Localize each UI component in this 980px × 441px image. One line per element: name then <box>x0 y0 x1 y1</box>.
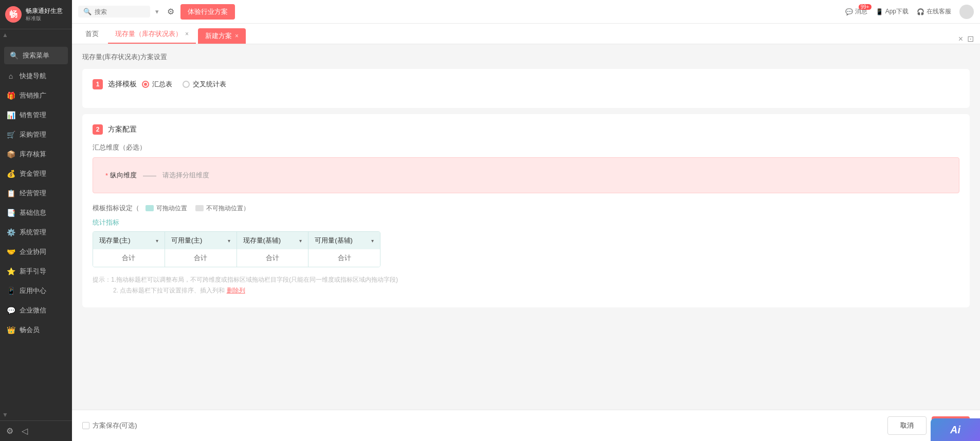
legend-draggable: 可拖动位置 <box>146 204 187 213</box>
sidebar-scroll-up[interactable]: ▲ <box>0 29 72 41</box>
search-icon: 🔍 <box>9 51 19 60</box>
sidebar-item-label: 营销推广 <box>20 91 46 100</box>
topbar-search-icon: 🔍 <box>83 8 92 15</box>
required-mark: * <box>105 172 108 179</box>
message-badge: 99+ <box>859 4 872 10</box>
ai-badge[interactable]: Ai <box>931 418 980 441</box>
tip-2: 2. 点击标题栏下拉可设置排序、插入列和 删除列 <box>93 286 959 295</box>
legend-non-draggable: 不可拖动位置） <box>195 204 249 213</box>
sidebar-nav: 🔍 搜索菜单 ⌂ 快捷导航 🎁 营销推广 📊 销售管理 🛒 采购管理 📦 库存核… <box>0 41 72 409</box>
online-service-btn[interactable]: 🎧 在线客服 <box>917 7 951 16</box>
col-header-0[interactable]: 现存量(主) ▾ <box>93 232 165 249</box>
sidebar-bottom: ⚙ ◁ <box>0 420 72 441</box>
sidebar-item-system[interactable]: ⚙️ 系统管理 <box>0 223 72 242</box>
radio-summary[interactable]: 汇总表 <box>142 80 172 89</box>
vertical-dim-name: 纵向维度 <box>110 171 137 180</box>
money-icon: 💰 <box>6 169 15 178</box>
sidebar-item-label: 资金管理 <box>20 169 46 178</box>
sidebar-item-sales[interactable]: 📊 销售管理 <box>0 105 72 125</box>
headset-icon: 🎧 <box>917 8 924 15</box>
topbar-dropdown-icon[interactable]: ▾ <box>155 8 159 15</box>
legend-box: 可拖动位置 不可拖动位置） <box>146 204 249 213</box>
sidebar-item-purchase[interactable]: 🛒 采购管理 <box>0 125 72 144</box>
sidebar-item-quicknav[interactable]: ⌂ 快捷导航 <box>0 66 72 86</box>
col-3-chevron[interactable]: ▾ <box>371 238 374 244</box>
col-body-2: 合计 <box>237 249 309 267</box>
window-close-icon[interactable]: × <box>958 34 963 44</box>
radio-cross[interactable]: 交叉统计表 <box>183 80 226 89</box>
sidebar-item-newguide[interactable]: ⭐ 新手引导 <box>0 262 72 281</box>
sidebar-item-label: 企业微信 <box>20 306 46 315</box>
sidebar-scroll-down[interactable]: ▼ <box>0 409 72 420</box>
topbar-gear-icon[interactable]: ⚙ <box>167 7 174 16</box>
sound-bottom-icon[interactable]: ◁ <box>22 426 28 436</box>
col-body-0: 合计 <box>93 249 165 267</box>
sidebar-item-marketing[interactable]: 🎁 营销推广 <box>0 86 72 105</box>
sidebar-item-wechat[interactable]: 💬 企业微信 <box>0 301 72 320</box>
save-option[interactable]: 方案保存(可选) <box>82 421 137 430</box>
sidebar-item-label: 搜索菜单 <box>23 51 49 60</box>
tab-new-scheme[interactable]: 新建方案 × <box>198 28 246 44</box>
sidebar-item-label: 销售管理 <box>20 111 46 120</box>
sidebar-item-member[interactable]: 👑 畅会员 <box>0 320 72 340</box>
tab-inventory[interactable]: 现存量（库存状况表） × <box>108 25 196 44</box>
save-checkbox[interactable] <box>82 422 89 429</box>
bottom-bar: 方案保存(可选) 取消 查询 <box>72 410 980 441</box>
gift-icon: 🎁 <box>6 91 15 100</box>
sidebar-item-operations[interactable]: 📋 经营管理 <box>0 183 72 203</box>
col-1-chevron[interactable]: ▾ <box>228 238 230 244</box>
content-area: 现存量(库存状况表)方案设置 1 选择模板 汇总表 交叉统计表 <box>72 44 980 410</box>
section-2-title: 方案配置 <box>108 125 137 134</box>
summary-dim-label: 汇总维度（必选） <box>93 143 959 152</box>
draggable-dot <box>146 205 154 211</box>
tab-new-scheme-close[interactable]: × <box>235 32 239 40</box>
user-avatar[interactable] <box>959 5 974 19</box>
tabs-bar: 首页 现存量（库存状况表） × 新建方案 × × ⊡ <box>72 24 980 44</box>
tab-inventory-close[interactable]: × <box>185 30 189 38</box>
sidebar-item-label: 库存核算 <box>20 150 46 159</box>
col-header-3[interactable]: 可用量(基辅) ▾ <box>308 232 380 249</box>
section-1-title: 选择模板 <box>108 80 137 89</box>
trial-btn[interactable]: 体验行业方案 <box>180 4 235 20</box>
sidebar-item-label: 基础信息 <box>20 208 46 217</box>
page-title: 现存量(库存状况表)方案设置 <box>82 52 970 62</box>
section-1-num: 1 <box>93 79 103 89</box>
delete-col-link[interactable]: 删除列 <box>227 287 245 294</box>
non-draggable-dot <box>195 205 204 211</box>
sidebar-item-cooperation[interactable]: 🤝 企业协同 <box>0 242 72 262</box>
topbar-right: 💬 消息 99+ 📱 App下载 🎧 在线客服 <box>845 5 974 19</box>
gear-icon: ⚙️ <box>6 228 15 237</box>
doc-icon: 📑 <box>6 208 15 217</box>
topbar-search-box[interactable]: 🔍 <box>78 6 150 17</box>
sidebar-item-search[interactable]: 🔍 搜索菜单 <box>4 47 68 64</box>
app-logo: 畅 畅康通好生意 标准版 <box>0 0 72 29</box>
section-1-header: 1 选择模板 汇总表 交叉统计表 <box>93 79 959 89</box>
tip-1: 提示：1.拖动标题栏可以调整布局，不可跨维度或指标区域拖动栏目字段(只能在同一维… <box>93 275 959 284</box>
tab-home[interactable]: 首页 <box>78 25 106 44</box>
settings-bottom-icon[interactable]: ⚙ <box>6 426 13 436</box>
col-body-1: 合计 <box>165 249 237 267</box>
cancel-button[interactable]: 取消 <box>887 416 927 435</box>
clipboard-icon: 📋 <box>6 189 15 198</box>
sidebar-item-appcenter[interactable]: 📱 应用中心 <box>0 281 72 301</box>
sidebar-item-label: 畅会员 <box>20 325 40 335</box>
messages-btn[interactable]: 💬 消息 99+ <box>845 7 867 16</box>
window-expand-icon[interactable]: ⊡ <box>967 34 974 44</box>
cart-icon: 🛒 <box>6 130 15 139</box>
stats-table-body: 合计 合计 合计 合计 <box>93 249 380 267</box>
main-area: 🔍 ▾ ⚙ 体验行业方案 💬 消息 99+ 📱 App下载 🎧 在线客服 <box>72 0 980 441</box>
search-input[interactable] <box>95 8 146 15</box>
box-icon: 📦 <box>6 150 15 159</box>
sidebar-item-finance[interactable]: 💰 资金管理 <box>0 164 72 183</box>
dimension-area[interactable]: * 纵向维度 —— 请选择分组维度 <box>93 157 959 193</box>
section-1-card: 1 选择模板 汇总表 交叉统计表 <box>82 69 970 108</box>
sidebar-item-inventory[interactable]: 📦 库存核算 <box>0 144 72 164</box>
app-download-btn[interactable]: 📱 App下载 <box>876 7 909 16</box>
col-2-chevron[interactable]: ▾ <box>299 238 302 244</box>
col-header-1[interactable]: 可用量(主) ▾ <box>165 232 237 249</box>
star-icon: ⭐ <box>6 267 15 276</box>
sidebar-item-basic[interactable]: 📑 基础信息 <box>0 203 72 223</box>
col-header-2[interactable]: 现存量(基辅) ▾ <box>237 232 309 249</box>
tips-area: 提示：1.拖动标题栏可以调整布局，不可跨维度或指标区域拖动栏目字段(只能在同一维… <box>93 275 959 295</box>
col-0-chevron[interactable]: ▾ <box>156 238 158 244</box>
